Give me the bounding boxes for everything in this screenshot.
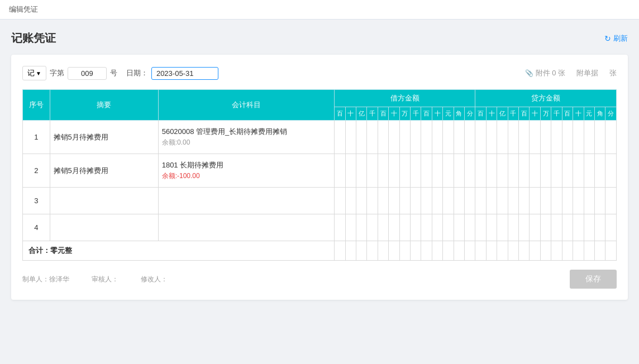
row3-debit-0[interactable]: [335, 214, 345, 241]
row3-credit-0[interactable]: [475, 214, 486, 241]
row1-credit-10[interactable]: [584, 154, 594, 188]
row-summary-2[interactable]: [50, 188, 158, 214]
row0-debit-9[interactable]: [432, 121, 442, 154]
row1-debit-3[interactable]: [367, 154, 378, 188]
row3-credit-10[interactable]: [584, 214, 594, 241]
row2-debit-6[interactable]: [399, 188, 410, 214]
row2-debit-10[interactable]: [443, 188, 454, 214]
row0-debit-10[interactable]: [443, 121, 454, 154]
row2-credit-6[interactable]: [540, 188, 551, 214]
table-row[interactable]: 1摊销5月待摊费用56020008 管理费用_长期待摊费用摊销余额:0.00: [23, 121, 617, 154]
row-summary-0[interactable]: 摊销5月待摊费用: [50, 121, 158, 154]
row2-debit-7[interactable]: [411, 188, 421, 214]
row2-credit-9[interactable]: [573, 188, 584, 214]
row-account-3[interactable]: [158, 214, 335, 241]
row2-debit-4[interactable]: [378, 188, 388, 214]
row3-credit-7[interactable]: [551, 214, 562, 241]
row2-debit-0[interactable]: [335, 188, 345, 214]
row2-debit-3[interactable]: [367, 188, 378, 214]
row-account-1[interactable]: 1801 长期待摊费用余额:-100.00: [158, 154, 335, 188]
row0-credit-2[interactable]: [497, 121, 508, 154]
row1-credit-5[interactable]: [530, 154, 540, 188]
row2-credit-1[interactable]: [486, 188, 497, 214]
row1-debit-2[interactable]: [356, 154, 366, 188]
row1-debit-8[interactable]: [421, 154, 432, 188]
row1-debit-1[interactable]: [345, 154, 356, 188]
row0-debit-0[interactable]: [335, 121, 345, 154]
date-input[interactable]: [151, 67, 218, 80]
row2-debit-11[interactable]: [454, 188, 464, 214]
row3-debit-5[interactable]: [389, 214, 399, 241]
row2-credit-10[interactable]: [584, 188, 594, 214]
row3-debit-9[interactable]: [432, 214, 442, 241]
row3-debit-2[interactable]: [356, 214, 366, 241]
save-button[interactable]: 保存: [570, 270, 617, 289]
row3-debit-11[interactable]: [454, 214, 464, 241]
row3-credit-11[interactable]: [594, 214, 605, 241]
row1-debit-12[interactable]: [465, 154, 475, 188]
attachment-link[interactable]: 📎 附件 0 张: [525, 68, 565, 78]
row1-credit-6[interactable]: [540, 154, 551, 188]
row2-debit-1[interactable]: [345, 188, 356, 214]
row0-credit-1[interactable]: [486, 121, 497, 154]
row1-credit-4[interactable]: [519, 154, 530, 188]
row2-credit-8[interactable]: [562, 188, 573, 214]
row1-credit-2[interactable]: [497, 154, 508, 188]
row1-debit-4[interactable]: [378, 154, 388, 188]
row2-debit-5[interactable]: [389, 188, 399, 214]
row3-debit-4[interactable]: [378, 214, 388, 241]
row3-debit-10[interactable]: [443, 214, 454, 241]
row2-debit-8[interactable]: [421, 188, 432, 214]
row1-debit-9[interactable]: [432, 154, 442, 188]
row1-debit-7[interactable]: [411, 154, 421, 188]
voucher-number-input[interactable]: [68, 67, 107, 80]
row1-credit-11[interactable]: [594, 154, 605, 188]
table-row[interactable]: 4: [23, 214, 617, 241]
row2-credit-2[interactable]: [497, 188, 508, 214]
row1-debit-5[interactable]: [389, 154, 399, 188]
row0-credit-8[interactable]: [562, 121, 573, 154]
refresh-button[interactable]: ↻ 刷新: [604, 33, 628, 44]
row2-debit-12[interactable]: [465, 188, 475, 214]
row0-debit-4[interactable]: [378, 121, 388, 154]
row0-credit-10[interactable]: [584, 121, 594, 154]
row1-debit-6[interactable]: [399, 154, 410, 188]
row1-debit-0[interactable]: [335, 154, 345, 188]
row2-debit-9[interactable]: [432, 188, 442, 214]
row0-credit-4[interactable]: [519, 121, 530, 154]
row-summary-3[interactable]: [50, 214, 158, 241]
row-account-2[interactable]: [158, 188, 335, 214]
row3-debit-8[interactable]: [421, 214, 432, 241]
row3-debit-12[interactable]: [465, 214, 475, 241]
row2-credit-5[interactable]: [530, 188, 540, 214]
row2-credit-4[interactable]: [519, 188, 530, 214]
row1-credit-3[interactable]: [508, 154, 518, 188]
row3-credit-2[interactable]: [497, 214, 508, 241]
row1-debit-10[interactable]: [443, 154, 454, 188]
table-row[interactable]: 3: [23, 188, 617, 214]
row1-debit-11[interactable]: [454, 154, 464, 188]
row1-credit-7[interactable]: [551, 154, 562, 188]
row0-credit-9[interactable]: [573, 121, 584, 154]
row1-credit-8[interactable]: [562, 154, 573, 188]
row3-debit-6[interactable]: [399, 214, 410, 241]
row0-credit-5[interactable]: [530, 121, 540, 154]
row2-credit-0[interactable]: [475, 188, 486, 214]
row2-credit-7[interactable]: [551, 188, 562, 214]
row2-credit-3[interactable]: [508, 188, 518, 214]
row3-credit-4[interactable]: [519, 214, 530, 241]
row3-credit-1[interactable]: [486, 214, 497, 241]
row0-debit-8[interactable]: [421, 121, 432, 154]
row3-credit-12[interactable]: [605, 214, 617, 241]
row1-credit-1[interactable]: [486, 154, 497, 188]
row3-credit-9[interactable]: [573, 214, 584, 241]
row1-credit-12[interactable]: [605, 154, 617, 188]
row0-credit-12[interactable]: [605, 121, 617, 154]
row0-credit-6[interactable]: [540, 121, 551, 154]
row-summary-1[interactable]: 摊销5月待摊费用: [50, 154, 158, 188]
row1-credit-0[interactable]: [475, 154, 486, 188]
row3-credit-8[interactable]: [562, 214, 573, 241]
row0-debit-12[interactable]: [465, 121, 475, 154]
row1-credit-9[interactable]: [573, 154, 584, 188]
table-row[interactable]: 2摊销5月待摊费用1801 长期待摊费用余额:-100.00: [23, 154, 617, 188]
